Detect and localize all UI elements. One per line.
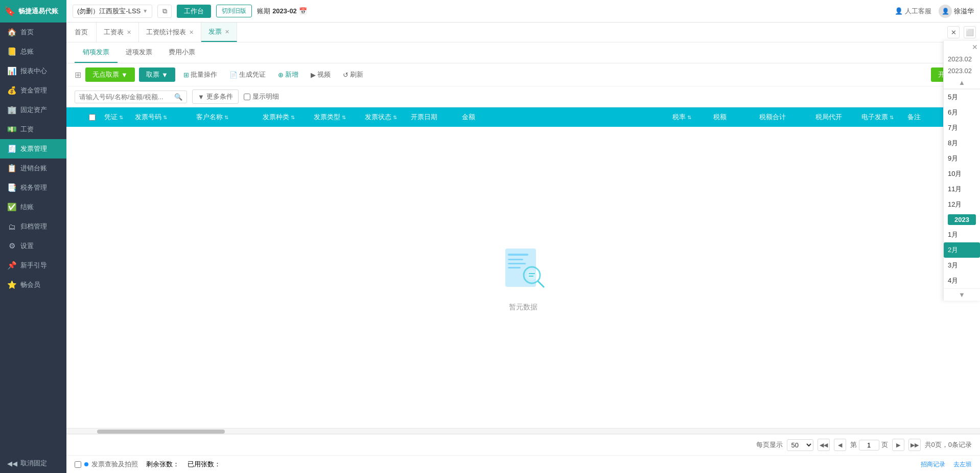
sidebar-item-archive[interactable]: 🗂 归档管理 xyxy=(0,217,66,236)
join-record-link[interactable]: 招商记录 xyxy=(921,460,945,469)
add-icon: ⊕ xyxy=(278,71,284,79)
th-tax-rate[interactable]: 税率 ⇅ xyxy=(669,112,710,122)
generate-cert-button[interactable]: 📄 生成凭证 xyxy=(225,67,270,82)
status-sort-icon: ⇅ xyxy=(393,115,397,120)
subtab-purchase-invoice-label: 进项发票 xyxy=(126,48,152,56)
sidebar-item-settings[interactable]: ⚙ 设置 xyxy=(0,236,66,256)
switch-version-button[interactable]: 切到旧版 xyxy=(216,5,252,17)
month-4[interactable]: 4月 xyxy=(944,273,980,288)
th-invoice-cat[interactable]: 发票类型 ⇅ xyxy=(311,112,362,122)
tab-salary-stats[interactable]: 工资统计报表 ✕ xyxy=(139,22,201,42)
page-label-post: 页 xyxy=(881,440,888,449)
sidebar-item-sales-ledger[interactable]: 📋 进销台账 xyxy=(0,159,66,178)
pre-year-month-12[interactable]: 12月 xyxy=(944,197,980,212)
period-label: 账期 xyxy=(257,7,270,16)
search-icon[interactable]: 🔍 xyxy=(174,93,182,101)
copy-button[interactable]: ⧉ xyxy=(157,5,172,18)
sidebar-item-reports[interactable]: 📊 报表中心 xyxy=(0,61,66,81)
tab-home[interactable]: 首页 xyxy=(66,22,97,42)
batch-ops-icon: ⊞ xyxy=(183,71,189,79)
subtab-expense-receipt[interactable]: 费用小票 xyxy=(160,42,203,63)
more-conditions-button[interactable]: ▼ 更多条件 xyxy=(192,89,239,104)
sidebar-item-member[interactable]: ⭐ 畅会员 xyxy=(0,275,66,295)
go-right-link[interactable]: 去左班 xyxy=(953,460,972,469)
prev-page-button[interactable]: ◀ xyxy=(834,439,846,451)
pre-year-month-7[interactable]: 7月 xyxy=(944,120,980,136)
th-cert[interactable]: 凭证 ⇅ xyxy=(101,112,132,122)
th-status-label: 发票状态 xyxy=(365,112,391,122)
tab-salary-table[interactable]: 工资表 ✕ xyxy=(97,22,139,42)
pre-year-month-11[interactable]: 11月 xyxy=(944,182,980,197)
get-invoice-button[interactable]: 取票 ▼ xyxy=(139,67,175,82)
page-input[interactable] xyxy=(859,440,879,451)
per-page-select[interactable]: 50 10 20 100 xyxy=(787,439,813,451)
workbench-button[interactable]: 工作台 xyxy=(177,5,211,18)
pre-year-month-9[interactable]: 9月 xyxy=(944,151,980,166)
sidebar-label-reports: 报表中心 xyxy=(20,66,47,76)
month-1[interactable]: 1月 xyxy=(944,227,980,242)
th-customer[interactable]: 客户名称 ⇅ xyxy=(193,112,260,122)
date-record-2[interactable]: 2023.02 xyxy=(944,65,980,77)
search-input[interactable] xyxy=(79,93,171,101)
th-checkbox[interactable] xyxy=(86,114,101,121)
next-page-button[interactable]: ▶ xyxy=(892,439,904,451)
sidebar-item-fixed-assets[interactable]: 🏢 固定资产 xyxy=(0,100,66,120)
subtab-purchase-invoice[interactable]: 进项发票 xyxy=(118,42,160,63)
pre-year-month-10[interactable]: 10月 xyxy=(944,166,980,182)
add-button[interactable]: ⊕ 新增 xyxy=(274,67,302,82)
show-detail-checkbox[interactable] xyxy=(244,94,250,100)
tab-salary-table-close[interactable]: ✕ xyxy=(127,29,131,36)
th-total: 税额合计 xyxy=(756,112,812,122)
last-page-button[interactable]: ▶▶ xyxy=(908,439,921,451)
tab-salary-stats-close[interactable]: ✕ xyxy=(189,29,194,36)
date-scroll-up[interactable]: ▲ xyxy=(944,77,980,89)
refresh-button[interactable]: ↺ 刷新 xyxy=(339,67,367,82)
sidebar-item-invoice[interactable]: 🧾 发票管理 xyxy=(0,139,66,159)
date-scroll-down[interactable]: ▼ xyxy=(944,288,980,301)
sidebar-item-tax[interactable]: 📑 税务管理 xyxy=(0,178,66,197)
pre-year-month-5[interactable]: 5月 xyxy=(944,89,980,105)
th-invoice-no[interactable]: 发票号码 ⇅ xyxy=(132,112,193,122)
th-remark: 备注 xyxy=(904,112,945,122)
date-record-1[interactable]: 2023.02 xyxy=(944,53,980,65)
batch-ops-button[interactable]: ⊞ 批量操作 xyxy=(179,67,221,82)
subtab-sales-invoice[interactable]: 销项发票 xyxy=(75,42,118,63)
tab-invoice-close[interactable]: ✕ xyxy=(225,29,229,35)
sidebar-item-checkout[interactable]: ✅ 结账 xyxy=(0,197,66,217)
select-all-checkbox[interactable] xyxy=(89,114,96,121)
period-calendar-icon[interactable]: 📅 xyxy=(299,7,307,15)
user-menu[interactable]: 👤 徐溢华 xyxy=(939,5,974,18)
pre-year-month-8[interactable]: 8月 xyxy=(944,136,980,151)
th-invoice-type[interactable]: 发票种类 ⇅ xyxy=(260,112,311,122)
month-2[interactable]: 2月 xyxy=(944,242,980,258)
grid-view-toggle[interactable]: ⊞ xyxy=(75,70,81,80)
no-invoice-button[interactable]: 无点取票 ▼ xyxy=(85,67,135,82)
unpin-button[interactable]: ◀◀ 取消固定 xyxy=(0,454,66,473)
horizontal-scrollbar[interactable] xyxy=(66,428,980,434)
sidebar-item-home[interactable]: 🏠 首页 xyxy=(0,22,66,42)
company-selector[interactable]: (勿删）江西股宝-LSS ▼ xyxy=(73,5,152,18)
month-3[interactable]: 3月 xyxy=(944,258,980,273)
show-detail-checkbox-wrap[interactable]: 显示明细 xyxy=(244,92,279,101)
pre-year-month-6[interactable]: 6月 xyxy=(944,105,980,120)
tabbar-maximize-button[interactable]: ⬜ xyxy=(964,26,976,38)
panel-close-button[interactable]: ✕ xyxy=(972,43,978,51)
th-invoice-cat-label: 发票类型 xyxy=(314,112,340,122)
tabbar-close-button[interactable]: ✕ xyxy=(947,26,960,38)
sidebar-item-guide[interactable]: 📌 新手引导 xyxy=(0,256,66,275)
video-button[interactable]: ▶ 视频 xyxy=(307,67,335,82)
scrollbar-thumb[interactable] xyxy=(97,430,225,434)
sidebar-item-ledger[interactable]: 📒 总账 xyxy=(0,42,66,61)
th-status[interactable]: 发票状态 ⇅ xyxy=(362,112,408,122)
sidebar-item-funds[interactable]: 💰 资金管理 xyxy=(0,81,66,100)
customer-service-button[interactable]: 👤 人工客服 xyxy=(895,7,931,16)
first-page-button[interactable]: ◀◀ xyxy=(818,439,830,451)
tax-icon: 📑 xyxy=(7,183,16,192)
invoice-check-checkbox[interactable] xyxy=(75,461,81,468)
sidebar-label-archive: 归档管理 xyxy=(20,222,47,231)
th-e-invoice[interactable]: 电子发票 ⇅ xyxy=(858,112,904,122)
subtab-expense-receipt-label: 费用小票 xyxy=(169,48,195,56)
tab-invoice[interactable]: 发票 ✕ xyxy=(201,22,237,42)
th-amount-label: 金额 xyxy=(462,112,475,122)
sidebar-item-salary[interactable]: 💵 工资 xyxy=(0,120,66,139)
